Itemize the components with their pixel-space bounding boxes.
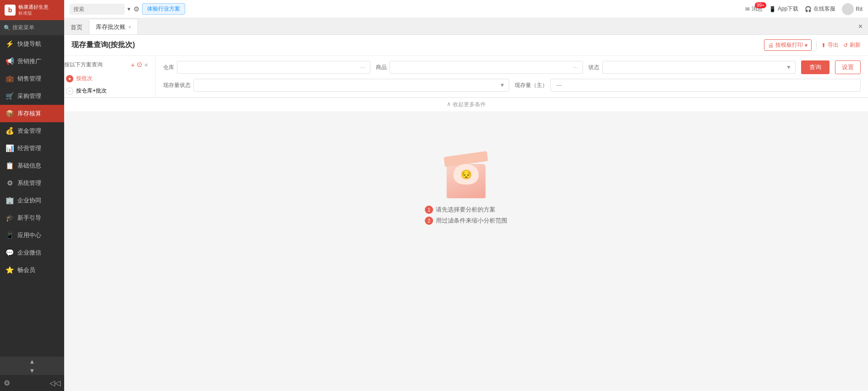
stock-status-filter-group: 现存量状态 ▼ [163, 79, 509, 92]
tab-inventory-batch[interactable]: 库存批次账 × [89, 19, 138, 34]
newbie-icon: 🎓 [5, 214, 14, 222]
export-btn[interactable]: ⬆ 导出 [821, 41, 839, 49]
empty-hints: 1 请先选择要分析的方案 2 用过滤条件来缩小分析范围 [425, 206, 507, 225]
empty-hint-1: 1 请先选择要分析的方案 [425, 206, 507, 214]
warehouse-input[interactable]: ··· [177, 61, 370, 74]
sidebar-item-members[interactable]: ⭐ 畅会员 [0, 261, 64, 279]
hint-2-text: 用过滤条件来缩小分析范围 [436, 217, 507, 225]
scheme-dot: ○ [66, 87, 73, 95]
scheme-panel: 按以下方案查询 + ⊙ « ● 按批次 ○ 按仓库+批次 [64, 56, 156, 97]
hint-1-num: 1 [425, 206, 433, 214]
filter-area: 按以下方案查询 + ⊙ « ● 按批次 ○ 按仓库+批次 [64, 56, 868, 98]
experience-btn[interactable]: 体验行业方案 [142, 3, 185, 15]
stock-qty-range[interactable]: — [550, 79, 861, 92]
scheme-active-dot: ● [66, 75, 73, 82]
quick-nav-icon: ⚡ [5, 40, 14, 48]
print-btn[interactable]: 🖨 按模板打印 ▾ [764, 39, 812, 51]
tab-home[interactable]: 首页 [64, 21, 89, 34]
filter-row-1: 仓库 ··· 商品 ··· 状态 [163, 60, 861, 74]
settings-icon[interactable]: ⚙ [4, 379, 10, 387]
online-service-btn[interactable]: 🎧 在线客服 [805, 5, 835, 13]
enterprise-icon: 🏢 [5, 196, 14, 205]
sidebar-item-enterprise-wx[interactable]: 💬 企业微信 [0, 244, 64, 261]
tab-close-icon[interactable]: × [128, 24, 131, 30]
scroll-down-btn[interactable]: ▼ [0, 366, 64, 375]
divider [816, 42, 817, 49]
status-select[interactable]: ▼ [602, 61, 796, 74]
dropdown-arrow-icon[interactable]: ▾ [127, 5, 131, 12]
status-label: 状态 [588, 64, 599, 71]
empty-state: 😔 1 请先选择要分析的方案 2 用过滤条件来缩小分析范围 [64, 111, 868, 261]
scheme-item-batch[interactable]: ● 按批次 [64, 72, 148, 85]
export-icon: ⬆ [821, 42, 826, 49]
refresh-btn[interactable]: ↺ 刷新 [843, 41, 861, 49]
sidebar-item-quick-nav[interactable]: ⚡ 快捷导航 [0, 35, 64, 53]
sidebar-footer: ⚙ ◁◁ [0, 375, 64, 391]
sidebar-item-purchase[interactable]: 🛒 采购管理 [0, 87, 64, 105]
sidebar-item-operations[interactable]: 📊 经营管理 [0, 140, 64, 157]
topbar-search-input[interactable] [70, 4, 125, 15]
page-actions: 🖨 按模板打印 ▾ ⬆ 导出 ↺ 刷新 [764, 39, 861, 51]
warehouse-filter-group: 仓库 ··· [163, 61, 370, 74]
sidebar-item-marketing[interactable]: 📢 营销推广 [0, 53, 64, 70]
close-panel-btn[interactable]: × [858, 22, 863, 31]
headset-icon: 🎧 [805, 6, 812, 12]
hint-1-text: 请先选择要分析的方案 [436, 206, 495, 214]
page-content: 现存量查询(按批次) 🖨 按模板打印 ▾ ⬆ 导出 ↺ 刷新 [64, 35, 868, 391]
topbar-right: ✉ 消息 99+ 📱 App下载 🎧 在线客服 Rit [745, 3, 863, 15]
main-content: ▾ ⚙ 体验行业方案 ✉ 消息 99+ 📱 App下载 🎧 在线客服 Rit [64, 0, 868, 391]
collapse-scheme-icon[interactable]: « [144, 61, 148, 68]
sidebar-item-sales[interactable]: 💼 销售管理 [0, 70, 64, 87]
printer-icon: 🖨 [768, 42, 774, 49]
sidebar-item-finance[interactable]: 💰 资金管理 [0, 122, 64, 140]
purchase-icon: 🛒 [5, 92, 14, 100]
sidebar-header: b 畅康通好生意 标准版 [0, 0, 64, 20]
settings-btn[interactable]: 设置 [835, 60, 861, 74]
search-icon: 🔍 [4, 25, 11, 31]
status-filter-group: 状态 ▼ [588, 61, 796, 74]
messages-btn[interactable]: ✉ 消息 99+ [745, 5, 763, 13]
sidebar-item-inventory[interactable]: 📦 库存核算 [0, 105, 64, 122]
range-dash: — [556, 82, 562, 88]
sidebar-item-app-center[interactable]: 📱 应用中心 [0, 227, 64, 244]
sidebar-item-newbie[interactable]: 🎓 新手引导 [0, 209, 64, 227]
scheme-item-warehouse-batch[interactable]: ○ 按仓库+批次 [64, 85, 148, 97]
scheme-icons: + ⊙ « [131, 60, 148, 69]
stock-status-label: 现存量状态 [163, 81, 191, 89]
user-avatar [842, 3, 854, 15]
app-version: 标准版 [18, 10, 49, 16]
scheme-header-title: 按以下方案查询 [64, 61, 103, 69]
stock-status-arrow-icon: ▼ [500, 82, 505, 88]
sidebar-item-basic-info[interactable]: 📋 基础信息 [0, 157, 64, 174]
sidebar: b 畅康通好生意 标准版 🔍 搜索菜单 ⚡ 快捷导航 📢 营销推广 💼 销售管理… [0, 0, 64, 391]
marketing-icon: 📢 [5, 57, 14, 65]
stock-status-select[interactable]: ▼ [193, 79, 509, 92]
sales-icon: 💼 [5, 75, 14, 83]
search-menu-item[interactable]: 🔍 搜索菜单 [0, 20, 64, 35]
operations-icon: 📊 [5, 144, 14, 152]
topbar: ▾ ⚙ 体验行业方案 ✉ 消息 99+ 📱 App下载 🎧 在线客服 Rit [64, 0, 868, 18]
app-download-btn[interactable]: 📱 App下载 [769, 5, 798, 13]
empty-hint-2: 2 用过滤条件来缩小分析范围 [425, 217, 507, 225]
sidebar-item-system[interactable]: ⚙ 系统管理 [0, 174, 64, 192]
page-title: 现存量查询(按批次) [71, 40, 135, 50]
collapse-sidebar-icon[interactable]: ◁◁ [49, 379, 60, 387]
topbar-left: ▾ ⚙ 体验行业方案 [70, 3, 742, 15]
product-input[interactable]: ··· [390, 61, 583, 74]
sidebar-item-enterprise[interactable]: 🏢 企业协同 [0, 192, 64, 209]
collapse-row[interactable]: ∧ 收起更多条件 [64, 98, 868, 111]
user-avatar-btn[interactable]: Rit [842, 3, 863, 15]
add-scheme-icon[interactable]: + [131, 61, 135, 69]
print-dropdown-icon[interactable]: ▾ [805, 42, 808, 49]
scroll-up-btn[interactable]: ▲ [0, 357, 64, 366]
product-filter-group: 商品 ··· [376, 61, 583, 74]
product-label: 商品 [376, 64, 387, 71]
page-header: 现存量查询(按批次) 🖨 按模板打印 ▾ ⬆ 导出 ↺ 刷新 [64, 35, 868, 56]
settings-scheme-icon[interactable]: ⊙ [137, 60, 143, 69]
topbar-gear-icon[interactable]: ⚙ [133, 5, 139, 13]
refresh-icon: ↺ [843, 42, 848, 49]
app-center-icon: 📱 [5, 231, 14, 239]
product-dots: ··· [573, 64, 579, 71]
query-btn[interactable]: 查询 [801, 60, 830, 74]
warehouse-dots: ··· [360, 64, 366, 71]
